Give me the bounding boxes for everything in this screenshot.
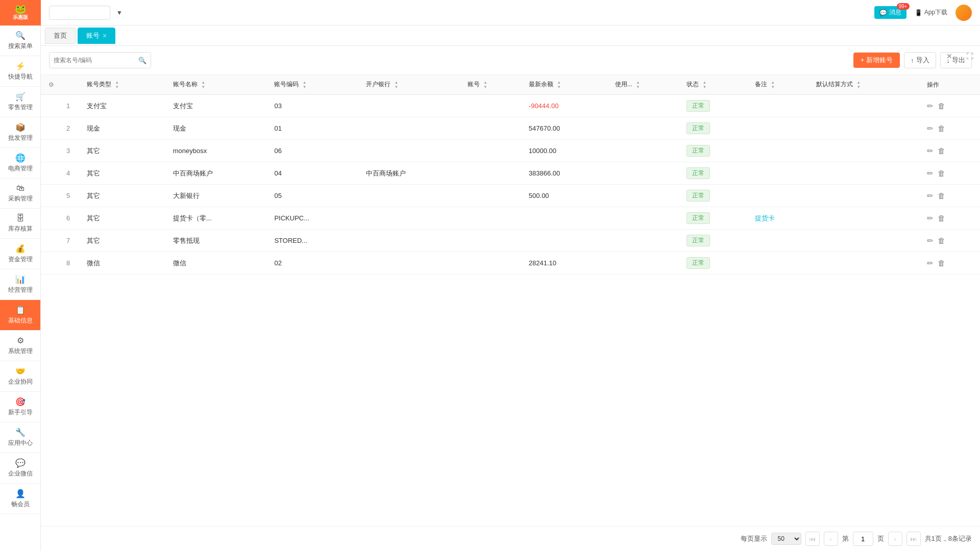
edit-icon[interactable]: ✏ bbox=[927, 102, 934, 111]
sidebar-item-purchase[interactable]: 🛍 采购管理 bbox=[0, 179, 40, 209]
basic-info-icon: 📋 bbox=[2, 305, 38, 315]
row-name: 提货卡（零... bbox=[168, 207, 270, 230]
sidebar-item-member[interactable]: 👤 畅会员 bbox=[0, 484, 40, 514]
row-usage bbox=[610, 95, 681, 117]
next-page-button[interactable]: › bbox=[888, 532, 902, 546]
table-row: 2 现金 现金 01 547670.00 正常 ✏ 🗑 bbox=[41, 117, 980, 140]
add-account-button[interactable]: + 新增账号 bbox=[853, 53, 900, 68]
row-type: 其它 bbox=[82, 140, 168, 162]
row-type: 现金 bbox=[82, 117, 168, 140]
row-note bbox=[750, 95, 811, 117]
tab-close-icon[interactable]: × bbox=[103, 32, 107, 40]
edit-icon[interactable]: ✏ bbox=[927, 236, 934, 245]
sidebar-item-business[interactable]: 📊 经营管理 bbox=[0, 269, 40, 300]
delete-icon[interactable]: 🗑 bbox=[938, 191, 945, 200]
row-name: 现金 bbox=[168, 117, 270, 140]
row-code: 02 bbox=[269, 252, 361, 274]
sidebar-item-system[interactable]: ⚙ 系统管理 bbox=[0, 331, 40, 361]
logo-icon: 🐸 bbox=[15, 5, 26, 14]
sidebar-item-wechat[interactable]: 💬 企业微信 bbox=[0, 453, 40, 484]
phone-icon: 📱 bbox=[915, 9, 922, 16]
sidebar-item-wholesale[interactable]: 📦 批发管理 bbox=[0, 117, 40, 148]
app-download-button[interactable]: 📱 App下载 bbox=[915, 8, 947, 17]
message-button[interactable]: 💬 消息 99+ bbox=[874, 6, 906, 19]
quick-nav-icon: ⚡ bbox=[2, 61, 38, 71]
sidebar-item-search-menu[interactable]: 🔍 搜索菜单 bbox=[0, 26, 40, 56]
row-action: ✏ 🗑 bbox=[922, 95, 980, 117]
window-close-button[interactable]: ✕ bbox=[939, 46, 960, 66]
sidebar-item-retail[interactable]: 🛒 零售管理 bbox=[0, 87, 40, 117]
last-page-button[interactable]: ⏭ bbox=[906, 532, 921, 546]
tab-bar: 首页 账号 × bbox=[41, 26, 980, 46]
row-code: 01 bbox=[269, 117, 361, 140]
edit-icon[interactable]: ✏ bbox=[927, 191, 934, 201]
delete-icon[interactable]: 🗑 bbox=[938, 146, 945, 155]
row-action: ✏ 🗑 bbox=[922, 140, 980, 162]
edit-icon[interactable]: ✏ bbox=[927, 169, 934, 178]
row-status: 正常 bbox=[681, 252, 750, 274]
row-balance: 500.00 bbox=[524, 185, 610, 207]
row-usage bbox=[610, 252, 681, 274]
delete-icon[interactable]: 🗑 bbox=[938, 214, 945, 222]
main-area: ▼ 💬 消息 99+ 📱 App下载 首页 账号 × bbox=[41, 0, 980, 551]
edit-icon[interactable]: ✏ bbox=[927, 259, 934, 268]
tab-account[interactable]: 账号 × bbox=[78, 28, 115, 44]
row-balance: 28241.10 bbox=[524, 252, 610, 274]
settings-gear-icon[interactable]: ⚙ bbox=[48, 81, 54, 88]
row-account bbox=[462, 207, 524, 230]
row-account bbox=[462, 117, 524, 140]
header-dropdown[interactable]: ▼ bbox=[116, 9, 122, 16]
avatar[interactable] bbox=[955, 5, 972, 21]
sidebar-item-ecommerce[interactable]: 🌐 电商管理 bbox=[0, 148, 40, 179]
sidebar-item-inventory[interactable]: 🗄 库存核算 bbox=[0, 209, 40, 239]
per-page-select[interactable]: 50 100 bbox=[771, 533, 801, 545]
sidebar-item-finance[interactable]: 💰 资金管理 bbox=[0, 239, 40, 269]
edit-icon[interactable]: ✏ bbox=[927, 124, 934, 133]
delete-icon[interactable]: 🗑 bbox=[938, 236, 945, 245]
message-badge: 99+ bbox=[897, 3, 910, 10]
th-type: 账号类型 ▲▼ bbox=[82, 75, 168, 95]
tab-home[interactable]: 首页 bbox=[45, 28, 76, 44]
row-code: 06 bbox=[269, 140, 361, 162]
row-bank bbox=[361, 95, 462, 117]
sidebar-item-basic-info[interactable]: 📋 基础信息 bbox=[0, 300, 40, 331]
import-button[interactable]: ↑ 导入 bbox=[904, 52, 936, 68]
row-note bbox=[750, 162, 811, 185]
search-input[interactable] bbox=[54, 57, 138, 64]
sidebar-item-app-center[interactable]: 🔧 应用中心 bbox=[0, 422, 40, 453]
header-right: 💬 消息 99+ 📱 App下载 bbox=[874, 5, 972, 21]
delete-icon[interactable]: 🗑 bbox=[938, 169, 945, 178]
row-settle bbox=[811, 252, 922, 274]
row-settle bbox=[811, 230, 922, 252]
per-page-label: 每页显示 bbox=[741, 534, 767, 543]
edit-icon[interactable]: ✏ bbox=[927, 214, 934, 223]
edit-icon[interactable]: ✏ bbox=[927, 146, 934, 156]
delete-icon[interactable]: 🗑 bbox=[938, 259, 945, 267]
row-status: 正常 bbox=[681, 230, 750, 252]
row-index: 1 bbox=[61, 95, 82, 117]
row-type: 其它 bbox=[82, 230, 168, 252]
sidebar-item-enterprise[interactable]: 🤝 企业协同 bbox=[0, 361, 40, 392]
wechat-icon: 💬 bbox=[2, 458, 38, 468]
row-note bbox=[750, 117, 811, 140]
ecommerce-icon: 🌐 bbox=[2, 153, 38, 163]
window-controls: ✕ ⛶ bbox=[939, 46, 980, 66]
prev-page-button[interactable]: ‹ bbox=[824, 532, 838, 546]
search-icon[interactable]: 🔍 bbox=[138, 57, 146, 64]
window-max-button[interactable]: ⛶ bbox=[960, 46, 980, 66]
page-input[interactable] bbox=[853, 532, 873, 546]
row-index: 2 bbox=[61, 117, 82, 140]
sidebar-item-guide[interactable]: 🎯 新手引导 bbox=[0, 392, 40, 422]
row-status: 正常 bbox=[681, 117, 750, 140]
sidebar-item-quick-nav[interactable]: ⚡ 快捷导航 bbox=[0, 56, 40, 87]
delete-icon[interactable]: 🗑 bbox=[938, 102, 945, 110]
table-row: 5 其它 大新银行 05 500.00 正常 ✏ 🗑 bbox=[41, 185, 980, 207]
toolbar-left: 🔍 bbox=[49, 52, 151, 68]
first-page-button[interactable]: ⏮ bbox=[805, 532, 820, 546]
row-account bbox=[462, 230, 524, 252]
delete-icon[interactable]: 🗑 bbox=[938, 124, 945, 133]
row-settings bbox=[41, 140, 61, 162]
header-search-input[interactable] bbox=[49, 6, 110, 20]
row-balance: 383866.00 bbox=[524, 162, 610, 185]
row-balance: 10000.00 bbox=[524, 140, 610, 162]
